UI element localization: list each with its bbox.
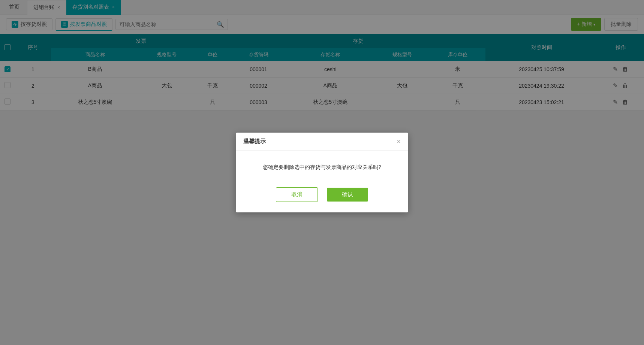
dialog-overlay: 温馨提示 × 您确定要删除选中的存货与发票商品的对应关系吗? 取消 确认 (0, 0, 644, 111)
